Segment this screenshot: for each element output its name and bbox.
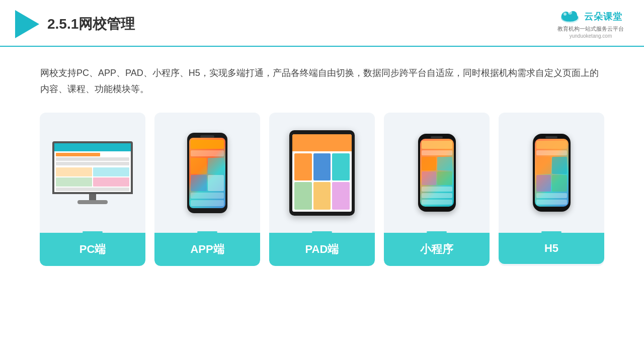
brand-logo: 云朵课堂: [559, 9, 622, 24]
h5-cell: [552, 157, 567, 174]
app-image-area: [154, 113, 260, 228]
monitor-screen-body: [54, 151, 131, 194]
description-paragraph: 网校支持PC、APP、PAD、小程序、H5，实现多端打通，产品各终端自由切换，数…: [40, 65, 604, 98]
phone-mini-screen: [420, 139, 454, 207]
monitor-row: [56, 192, 129, 194]
h5-row: [536, 150, 567, 155]
pm-row: [422, 150, 452, 155]
pm-cell: [422, 157, 437, 170]
pm-cell: [422, 171, 437, 185]
monitor-neck: [89, 194, 96, 200]
phone-cell: [191, 175, 207, 191]
pm-row: [422, 193, 452, 198]
app-label: APP端: [154, 233, 260, 266]
phone-cell: [191, 158, 207, 174]
app-card: APP端: [154, 113, 260, 266]
h5-grid: [536, 157, 567, 192]
ipad-screen: [292, 134, 352, 212]
monitor-cell: [93, 177, 129, 187]
ipad-screen-inner: [292, 134, 352, 212]
h5-cell: [536, 175, 551, 192]
miniprogram-image-area: [384, 113, 490, 228]
page-title: 2.5.1网校管理: [47, 15, 135, 34]
pad-image-area: [269, 113, 375, 228]
phone-row: [191, 150, 224, 156]
phone-row: [191, 200, 224, 206]
pm-cell: [437, 171, 452, 185]
h5-inner: [535, 139, 569, 207]
h5-image-area: [499, 113, 604, 228]
header-left: 2.5.1网校管理: [15, 10, 135, 38]
pm-row: [422, 187, 452, 192]
logo-triangle-icon: [15, 10, 39, 38]
monitor-row: [56, 162, 129, 165]
h5-row: [536, 193, 567, 198]
brand-area: 云朵课堂 教育机构一站式服务云平台 yunduoketang.com: [557, 9, 624, 39]
miniprogram-phone: [418, 134, 456, 212]
ipad-cell: [332, 182, 350, 210]
phone-mini-inner: [420, 139, 454, 207]
h5-cell: [536, 157, 551, 174]
ipad-cell: [294, 153, 312, 181]
monitor-grid: [56, 167, 129, 187]
pc-label: PC端: [40, 233, 145, 266]
page-header: 2.5.1网校管理 云朵课堂 教育机构一站式服务云平台 yunduoketang…: [0, 0, 644, 47]
svg-point-6: [564, 13, 567, 16]
h5-label: H5: [499, 233, 604, 264]
description-text: 网校支持PC、APP、PAD、小程序、H5，实现多端打通，产品各终端自由切换，数…: [0, 47, 644, 108]
h5-screen: [535, 139, 569, 207]
miniprogram-card: 小程序: [384, 113, 490, 266]
app-phone: [187, 133, 227, 213]
pm-row: [422, 200, 452, 205]
monitor-base: [77, 200, 108, 204]
ipad-cell: [313, 153, 331, 181]
monitor-cell: [93, 167, 129, 176]
pm-cell: [437, 157, 452, 170]
phone-grid: [191, 158, 224, 191]
cloud-icon: [559, 9, 581, 24]
monitor-cell: [56, 167, 92, 176]
pad-label: PAD端: [269, 233, 375, 266]
phone-cell: [208, 158, 224, 174]
h5-phone: [533, 134, 571, 212]
pm-grid: [422, 157, 452, 185]
pad-ipad: [289, 130, 355, 216]
monitor-screen-header: [54, 143, 131, 151]
ipad-cell: [294, 182, 312, 210]
phone-row: [191, 193, 224, 199]
pc-card: PC端: [40, 113, 145, 266]
svg-point-7: [568, 11, 572, 15]
h5-cell: [552, 175, 567, 192]
phone-header-row: [191, 140, 224, 149]
ipad-rows: [292, 151, 352, 212]
pc-monitor: [52, 141, 133, 204]
monitor-row: [56, 153, 100, 156]
monitor-row: [56, 157, 129, 161]
h5-header: [536, 141, 567, 149]
ipad-cell: [313, 182, 331, 210]
pad-card: PAD端: [269, 113, 375, 266]
phone-cell: [208, 175, 224, 191]
monitor-row: [56, 188, 129, 191]
pm-header: [422, 141, 452, 149]
brand-name: 云朵课堂: [584, 11, 622, 23]
miniprogram-label: 小程序: [384, 233, 490, 266]
phone-screen-content: [189, 138, 225, 208]
phone-screen: [189, 138, 225, 208]
monitor-cell: [56, 177, 92, 187]
cards-section: PC端: [0, 108, 644, 266]
brand-url: yunduoketang.com: [570, 33, 612, 39]
h5-card: H5: [499, 113, 604, 266]
pc-image-area: [40, 113, 145, 228]
ipad-cell: [332, 153, 350, 181]
monitor-screen: [52, 141, 133, 194]
brand-subtitle: 教育机构一站式服务云平台: [557, 25, 624, 33]
h5-row: [536, 200, 567, 205]
